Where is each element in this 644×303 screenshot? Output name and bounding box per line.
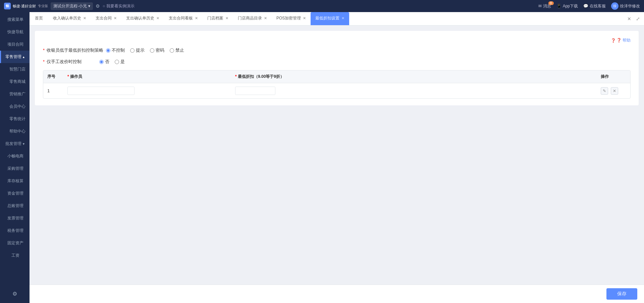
- sidebar-label: 会员中心: [9, 104, 25, 109]
- radio-yes[interactable]: [115, 60, 119, 64]
- option-prompt[interactable]: 提示: [130, 47, 145, 53]
- tab-close-icon[interactable]: ✕: [83, 16, 86, 20]
- tab-store-goods[interactable]: 门店商品目录 ✕: [233, 12, 272, 25]
- sidebar-item-member[interactable]: 会员中心: [0, 100, 30, 113]
- sidebar-item-assets[interactable]: 固定资产: [0, 237, 30, 249]
- tab-home-label: 首页: [35, 15, 43, 21]
- table-header-row: 序号 * 操作员 * 最低折扣（9.00等于9折）: [43, 70, 630, 83]
- cell-operator[interactable]: [63, 83, 231, 99]
- tab-label: 门店档案: [207, 15, 223, 21]
- sidebar-label: 库存核算: [7, 178, 23, 184]
- sidebar-item-inventory[interactable]: 库存核算: [0, 175, 30, 187]
- sidebar: 搜索菜单 快捷导航 项目合同 零售管理 ▲ 智慧门店 零售商城 营销推广 会员中…: [0, 12, 30, 303]
- sidebar-item-tax[interactable]: 税务管理: [0, 224, 30, 237]
- sidebar-item-retail[interactable]: 零售管理 ▲: [0, 51, 30, 63]
- radio-no-control[interactable]: [106, 48, 110, 53]
- option-password[interactable]: 密码: [150, 47, 164, 53]
- sidebar-item-smart-store[interactable]: 智慧门店: [0, 63, 30, 75]
- tab-pos-lock[interactable]: POS加密管理 ✕: [272, 12, 311, 25]
- row-delete-button[interactable]: ✕: [611, 87, 618, 95]
- option-yes[interactable]: 是: [115, 59, 125, 65]
- tab-close-icon[interactable]: ✕: [114, 16, 117, 20]
- app-download-label: App下载: [563, 3, 578, 9]
- col-seq-header: 序号: [43, 70, 63, 83]
- col-operator-header: * 操作员: [63, 70, 231, 83]
- sidebar-item-search[interactable]: 搜索菜单: [0, 13, 30, 26]
- option-password-label: 密码: [156, 47, 164, 53]
- help-link[interactable]: ❓ ❓ 帮助: [611, 38, 631, 43]
- avatar: 徐: [611, 2, 619, 10]
- radio-forbid[interactable]: [170, 48, 174, 53]
- sidebar-item-ecommerce[interactable]: 小畅电商: [0, 150, 30, 162]
- tab-payment-board[interactable]: 支出合同看板 ✕: [164, 12, 203, 25]
- option-no[interactable]: 否: [99, 59, 109, 65]
- sidebar-item-help[interactable]: 帮助中心: [0, 125, 30, 138]
- radio-password[interactable]: [150, 48, 154, 53]
- tab-actions: ✕ ⤢: [623, 15, 644, 22]
- download-icon: 📱: [556, 4, 561, 8]
- sidebar-label: 固定资产: [7, 240, 23, 246]
- sidebar-item-wholesale[interactable]: 批发管理 ▼: [0, 138, 30, 150]
- sidebar-label: 项目合同: [7, 42, 23, 47]
- cell-action: ✎ ✕: [597, 83, 630, 99]
- logo-icon: 畅: [4, 3, 11, 9]
- tab-store-archive[interactable]: 门店档案 ✕: [203, 12, 233, 25]
- logo-text: 畅捷·通好业财: [13, 4, 36, 9]
- tab-close-icon[interactable]: ✕: [156, 16, 159, 20]
- tab-close-active-icon[interactable]: ✕: [341, 16, 344, 20]
- header-left: 畅 畅捷·通好业财 专业版 测试分开流程-小兄 ▾ ⚙ ○ 我要看实例演示: [4, 2, 135, 10]
- required-star: *: [43, 59, 45, 64]
- tab-payment-contract[interactable]: 支出合同 ✕: [91, 12, 121, 25]
- sidebar-item-salary[interactable]: 工资: [0, 249, 30, 262]
- row-edit-button[interactable]: ✎: [601, 87, 608, 95]
- sidebar-label: 总账管理: [7, 203, 23, 209]
- cell-discount[interactable]: [231, 83, 597, 99]
- option-no-control[interactable]: 不控制: [106, 47, 125, 53]
- radio-no[interactable]: [99, 60, 104, 64]
- sidebar-item-ledger[interactable]: 总账管理: [0, 200, 30, 212]
- service-icon: 💬: [583, 4, 588, 8]
- sidebar-item-marketing[interactable]: 营销推广: [0, 88, 30, 100]
- option-forbid[interactable]: 禁止: [170, 47, 184, 53]
- settings-card: ❓ ❓ 帮助 * 收银员低于最低折扣控制策略 不控制: [35, 31, 639, 105]
- tab-close-icon[interactable]: ✕: [195, 16, 198, 20]
- sidebar-item-invoice[interactable]: 发票管理: [0, 212, 30, 224]
- question-icon: ❓: [611, 38, 616, 43]
- demo-link[interactable]: ○ 我要看实例演示: [103, 3, 135, 9]
- sidebar-item-purchase[interactable]: 采购管理: [0, 162, 30, 175]
- settings-gear-button[interactable]: ⚙: [0, 287, 30, 300]
- sidebar-item-retail-stat[interactable]: 零售统计: [0, 113, 30, 125]
- sidebar-label: 资金管理: [7, 191, 23, 196]
- project-selector[interactable]: 测试分开流程-小兄 ▾: [51, 2, 93, 10]
- page-footer: 保存: [30, 285, 644, 303]
- tab-payment-confirm[interactable]: 支出确认单历史 ✕: [121, 12, 164, 25]
- radio-prompt[interactable]: [130, 48, 135, 53]
- save-button[interactable]: 保存: [606, 288, 637, 300]
- tab-close-icon[interactable]: ✕: [264, 16, 267, 20]
- sidebar-label: 搜索菜单: [7, 17, 23, 22]
- online-service-button[interactable]: 💬 在线客服: [583, 3, 606, 9]
- tab-home[interactable]: 首页: [30, 12, 48, 25]
- tab-close-icon[interactable]: ✕: [225, 16, 228, 20]
- app-download-button[interactable]: 📱 App下载: [556, 3, 578, 9]
- sidebar-item-retail-mall[interactable]: 零售商城: [0, 75, 30, 88]
- user-menu[interactable]: 徐 徐泽华修改: [611, 2, 640, 10]
- tab-close-icon[interactable]: ✕: [303, 16, 306, 20]
- tab-restore-button[interactable]: ⤢: [635, 15, 641, 22]
- tab-income-confirm[interactable]: 收入确认单历史 ✕: [48, 12, 91, 25]
- tab-min-discount[interactable]: 最低折扣设置 ✕: [311, 12, 349, 25]
- messages-button[interactable]: ✉ 消息 8: [538, 3, 551, 9]
- message-icon: ✉: [538, 4, 542, 8]
- project-name: 测试分开流程-小兄: [53, 3, 87, 9]
- col-discount-label: 最低折扣（9.00等于9折）: [238, 74, 284, 79]
- sidebar-label: 小畅电商: [7, 153, 23, 159]
- sidebar-item-project[interactable]: 项目合同: [0, 38, 30, 51]
- settings-icon[interactable]: ⚙: [96, 3, 100, 9]
- cell-seq: 1: [43, 83, 63, 99]
- discount-input[interactable]: [235, 87, 275, 95]
- sidebar-item-finance[interactable]: 资金管理: [0, 187, 30, 200]
- sidebar-item-shortcut[interactable]: 快捷导航: [0, 26, 30, 38]
- tab-close-all-button[interactable]: ✕: [626, 15, 633, 22]
- operator-input[interactable]: [67, 87, 135, 95]
- demo-icon: ○: [103, 4, 105, 8]
